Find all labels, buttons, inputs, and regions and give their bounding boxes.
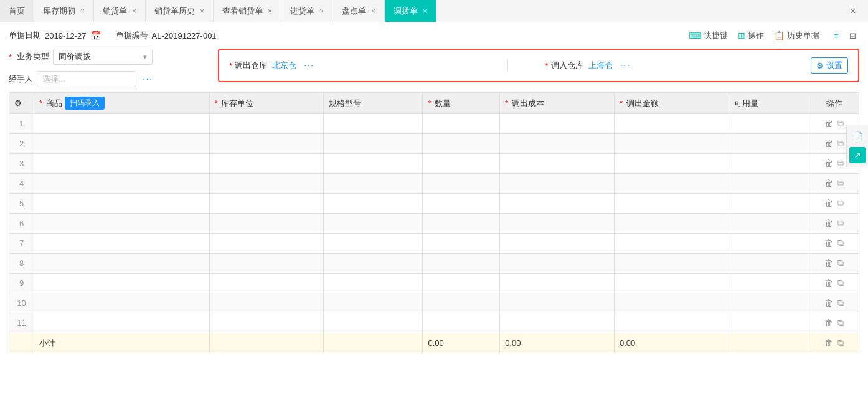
row-9-spec[interactable] <box>324 274 423 293</box>
row-8-spec[interactable] <box>324 254 423 274</box>
row-1-available[interactable] <box>729 114 809 134</box>
row-4-qty[interactable] <box>423 174 500 194</box>
row-11-unit[interactable] <box>209 313 324 333</box>
row-1-unit[interactable] <box>209 114 324 134</box>
row-10-available[interactable] <box>729 293 809 313</box>
row-4-cost[interactable] <box>500 174 615 194</box>
row-4-delete-icon[interactable]: 🗑 <box>824 178 833 188</box>
target-warehouse-dots[interactable]: ··· <box>620 60 630 71</box>
row-10-spec[interactable] <box>324 293 423 313</box>
row-10-copy-icon[interactable]: ⧉ <box>837 298 844 308</box>
row-7-unit[interactable] <box>209 234 324 254</box>
row-6-copy-icon[interactable]: ⧉ <box>837 218 844 228</box>
window-close-button[interactable]: × <box>844 2 862 20</box>
th-gear[interactable]: ⚙ <box>9 93 34 114</box>
row-5-available[interactable] <box>729 194 809 214</box>
handler-select[interactable]: 选择... <box>37 71 136 87</box>
row-8-amount[interactable] <box>615 254 729 274</box>
tab-view-sales-close[interactable]: × <box>268 7 272 16</box>
subtotal-copy-icon[interactable]: ⧉ <box>837 338 844 348</box>
row-9-product[interactable] <box>34 274 210 293</box>
history-action[interactable]: 📋 历史单据 <box>774 30 819 41</box>
row-11-available[interactable] <box>729 313 809 333</box>
tab-inventory-init-close[interactable]: × <box>80 7 85 16</box>
row-11-product[interactable] <box>34 313 210 333</box>
row-11-delete-icon[interactable]: 🗑 <box>824 318 833 328</box>
row-3-qty[interactable] <box>423 154 500 174</box>
row-10-amount[interactable] <box>615 293 729 313</box>
row-5-delete-icon[interactable]: 🗑 <box>824 198 833 208</box>
row-9-available[interactable] <box>729 274 809 293</box>
tab-purchase-order[interactable]: 进货单 × <box>281 0 333 22</box>
row-5-copy-icon[interactable]: ⧉ <box>837 198 844 208</box>
row-1-delete-icon[interactable]: 🗑 <box>824 118 833 128</box>
row-5-product[interactable] <box>34 194 210 214</box>
row-5-spec[interactable] <box>324 194 423 214</box>
row-10-product[interactable] <box>34 293 210 313</box>
tab-sales-history-close[interactable]: × <box>200 7 204 16</box>
row-6-cost[interactable] <box>500 214 615 234</box>
row-4-spec[interactable] <box>324 174 423 194</box>
row-7-product[interactable] <box>34 234 210 254</box>
row-5-unit[interactable] <box>209 194 324 214</box>
row-10-delete-icon[interactable]: 🗑 <box>824 298 833 308</box>
operations-action[interactable]: ⊞ 操作 <box>738 30 764 41</box>
row-5-amount[interactable] <box>615 194 729 214</box>
row-5-qty[interactable] <box>423 194 500 214</box>
row-4-available[interactable] <box>729 174 809 194</box>
row-3-amount[interactable] <box>615 154 729 174</box>
row-3-spec[interactable] <box>324 154 423 174</box>
row-1-cost[interactable] <box>500 114 615 134</box>
layout-list-icon[interactable]: ≡ <box>829 29 843 42</box>
row-6-spec[interactable] <box>324 214 423 234</box>
row-4-product[interactable] <box>34 174 210 194</box>
tab-home[interactable]: 首页 <box>0 0 34 22</box>
row-1-spec[interactable] <box>324 114 423 134</box>
row-2-copy-icon[interactable]: ⧉ <box>837 138 844 148</box>
tab-purchase-order-close[interactable]: × <box>319 7 324 16</box>
row-7-cost[interactable] <box>500 234 615 254</box>
settings-button[interactable]: ⚙ 设置 <box>811 57 848 74</box>
row-8-delete-icon[interactable]: 🗑 <box>824 258 833 268</box>
row-9-cost[interactable] <box>500 274 615 293</box>
row-7-available[interactable] <box>729 234 809 254</box>
row-6-qty[interactable] <box>423 214 500 234</box>
row-2-unit[interactable] <box>209 134 324 154</box>
tab-transfer[interactable]: 调拨单 × <box>385 0 436 22</box>
row-4-unit[interactable] <box>209 174 324 194</box>
panel-export-button[interactable]: ↗ <box>849 147 866 163</box>
row-2-delete-icon[interactable]: 🗑 <box>824 138 833 148</box>
row-2-product[interactable] <box>34 134 210 154</box>
row-3-copy-icon[interactable]: ⧉ <box>837 158 844 168</box>
row-2-amount[interactable] <box>615 134 729 154</box>
handler-dots-btn[interactable]: ··· <box>143 74 153 85</box>
shortcut-action[interactable]: ⌨ 快捷键 <box>689 30 728 41</box>
row-3-cost[interactable] <box>500 154 615 174</box>
row-6-amount[interactable] <box>615 214 729 234</box>
tab-transfer-close[interactable]: × <box>423 7 427 16</box>
row-9-qty[interactable] <box>423 274 500 293</box>
tab-sales-history[interactable]: 销货单历史 × <box>146 0 214 22</box>
row-6-unit[interactable] <box>209 214 324 234</box>
row-7-qty[interactable] <box>423 234 500 254</box>
row-9-copy-icon[interactable]: ⧉ <box>837 278 844 288</box>
row-6-product[interactable] <box>34 214 210 234</box>
source-warehouse-dots[interactable]: ··· <box>304 60 314 71</box>
subtotal-delete-icon[interactable]: 🗑 <box>824 338 833 348</box>
row-8-available[interactable] <box>729 254 809 274</box>
row-7-delete-icon[interactable]: 🗑 <box>824 238 833 248</box>
row-3-available[interactable] <box>729 154 809 174</box>
row-1-qty[interactable] <box>423 114 500 134</box>
row-4-copy-icon[interactable]: ⧉ <box>837 178 844 188</box>
row-10-cost[interactable] <box>500 293 615 313</box>
row-8-product[interactable] <box>34 254 210 274</box>
business-type-select[interactable]: 同价调拨 ▾ <box>53 49 153 65</box>
tab-inventory-check[interactable]: 盘点单 × <box>333 0 385 22</box>
row-2-spec[interactable] <box>324 134 423 154</box>
layout-grid-icon[interactable]: ⊟ <box>846 29 859 42</box>
row-11-cost[interactable] <box>500 313 615 333</box>
row-11-spec[interactable] <box>324 313 423 333</box>
row-10-unit[interactable] <box>209 293 324 313</box>
row-11-qty[interactable] <box>423 313 500 333</box>
row-11-copy-icon[interactable]: ⧉ <box>837 318 844 328</box>
